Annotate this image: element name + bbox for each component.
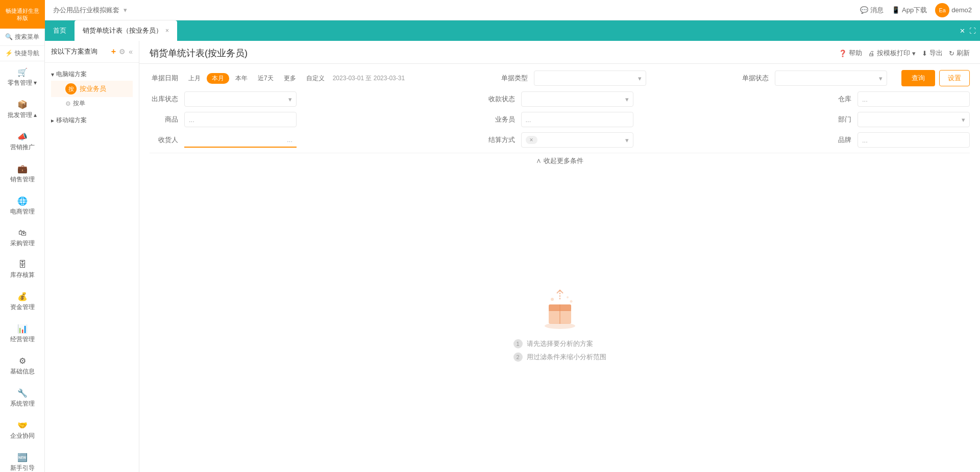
message-btn[interactable]: 💬 消息 <box>860 6 884 15</box>
brand-input[interactable]: ... <box>857 132 970 148</box>
settlement-clear-tag: × <box>526 136 537 144</box>
export-btn[interactable]: ⬇ 导出 <box>922 49 943 58</box>
topbar: 办公用品行业模拟账套 ▾ 💬 消息 📱 App下载 Ea demo2 <box>45 0 980 20</box>
scheme-item-salesperson[interactable]: 按 按业务员 <box>51 81 133 97</box>
query-button[interactable]: 查询 <box>901 70 935 86</box>
filter-row-3: 商品 ... 业务员 ... 部门 ▾ <box>150 112 970 127</box>
message-label: 消息 <box>870 6 884 15</box>
sidebar-item-marketing[interactable]: 📣 营销推广 <box>0 126 44 158</box>
sidebar-menu: 🛒 零售管理 ▾ 📦 批发管理 ▴ 📣 营销推广 💼 销售管理 🌐 电商管理 🛍… <box>0 61 44 472</box>
topbar-subtitle: 办公用品行业模拟账套 <box>53 6 119 15</box>
purchase-icon: 🛍 <box>18 228 27 238</box>
more-btn[interactable]: 更多 <box>280 73 300 84</box>
print-btn[interactable]: 🖨 按模板打印 ▾ <box>868 49 916 58</box>
salesperson-input[interactable]: ... <box>521 112 633 127</box>
payment-label: 收款状态 <box>486 95 515 104</box>
export-icon: ⬇ <box>922 50 927 57</box>
app-download-btn[interactable]: 📱 App下载 <box>892 6 927 15</box>
goods-input[interactable]: ... <box>184 112 297 127</box>
shipment-label: 出库状态 <box>150 95 178 104</box>
sidebar-item-enterprise[interactable]: 🤝 企业协同 <box>0 414 44 446</box>
help-btn[interactable]: ❓ 帮助 <box>839 49 862 58</box>
tab-home[interactable]: 首页 <box>45 20 75 41</box>
doc-status-input[interactable]: ▾ <box>775 70 887 86</box>
logo-text: 畅捷通好生意 标版 <box>6 7 39 22</box>
warehouse-input[interactable]: ... <box>857 91 970 107</box>
settlement-input[interactable]: × ▾ <box>521 132 633 148</box>
sidebar-item-basics[interactable]: ⚙ 基础信息 <box>0 350 44 382</box>
sidebar-item-retail[interactable]: 🛒 零售管理 ▾ <box>0 61 44 93</box>
add-scheme-btn[interactable]: + <box>111 47 116 56</box>
tabbar: 首页 销货单统计表（按业务员） × ✕ ⛶ <box>45 20 980 41</box>
sidebar-item-sales-label: 销售管理 <box>10 175 35 184</box>
consignee-input[interactable]: ... <box>184 132 297 148</box>
user-menu[interactable]: Ea demo2 <box>935 3 972 17</box>
collapse-bar[interactable]: ∧ 收起更多条件 <box>150 153 970 169</box>
this-year-btn[interactable]: 本年 <box>231 73 252 84</box>
sidebar-item-wholesale[interactable]: 📦 批发管理 ▴ <box>0 93 44 126</box>
message-icon: 💬 <box>860 6 868 14</box>
sidebar-item-system[interactable]: 🔧 系统管理 <box>0 382 44 414</box>
consignee-dots: ... <box>287 136 292 144</box>
sidebar-item-inventory[interactable]: 🗄 库存核算 <box>0 254 44 286</box>
tab-maximize-icon[interactable]: ⛶ <box>969 27 976 35</box>
warehouse-dots: ... <box>862 96 868 103</box>
mobile-scheme-section: ▸ 移动端方案 <box>45 112 139 129</box>
pc-scheme-group: ▾ 电脑端方案 按 按业务员 ⚙ 按单 <box>45 66 139 112</box>
sidebar-item-wholesale-label: 批发管理 ▴ <box>8 111 37 120</box>
refresh-btn[interactable]: ↻ 刷新 <box>949 49 970 58</box>
settings-button[interactable]: 设置 <box>939 70 970 86</box>
sidebar-item-finance-label: 资金管理 <box>10 303 35 312</box>
shipment-input[interactable]: ▾ <box>184 91 297 107</box>
system-icon: 🔧 <box>17 388 28 398</box>
page-title: 销货单统计表(按业务员) <box>150 47 248 59</box>
retail-icon: 🛒 <box>17 67 28 77</box>
this-month-btn[interactable]: 本月 <box>207 73 229 84</box>
sidebar: 畅捷通好生意 标版 🔍 搜索菜单 ⚡ 快捷导航 🛒 零售管理 ▾ 📦 批发管理 … <box>0 0 45 472</box>
user-name: demo2 <box>951 6 972 14</box>
app-logo: 畅捷通好生意 标版 <box>0 0 45 29</box>
refresh-icon: ↻ <box>949 50 954 57</box>
tabbar-controls: ✕ ⛶ <box>955 27 980 35</box>
sidebar-item-operations[interactable]: 📊 经营管理 <box>0 318 44 350</box>
sidebar-item-search[interactable]: 🔍 搜索菜单 <box>0 29 44 46</box>
settlement-clear-x[interactable]: × <box>530 136 533 144</box>
pc-scheme-title[interactable]: ▾ 电脑端方案 <box>51 68 133 81</box>
custom-btn[interactable]: 自定义 <box>302 73 329 84</box>
sales-icon: 💼 <box>17 164 28 174</box>
sidebar-item-purchase[interactable]: 🛍 采购管理 <box>0 222 44 254</box>
collapse-panel-btn[interactable]: « <box>129 48 133 56</box>
shipment-dropdown-icon: ▾ <box>288 96 292 103</box>
content-area: 按以下方案查询 + ⚙ « ▾ 电脑端方案 按 按业务员 <box>45 41 980 472</box>
page-header-actions: ❓ 帮助 🖨 按模板打印 ▾ ⬇ 导出 ↻ 刷新 <box>839 49 970 58</box>
topbar-dropdown-arrow[interactable]: ▾ <box>124 6 127 14</box>
hint1-num: 1 <box>513 339 523 348</box>
mobile-scheme-title[interactable]: ▸ 移动端方案 <box>51 114 133 127</box>
settings-scheme-btn[interactable]: ⚙ <box>119 48 126 56</box>
sidebar-item-finance[interactable]: 💰 资金管理 <box>0 286 44 318</box>
sidebar-item-newuser[interactable]: 🆕 新手引导 <box>0 446 44 472</box>
doc-type-dropdown-icon: ▾ <box>638 75 642 82</box>
payment-input[interactable]: ▾ <box>521 91 633 107</box>
goods-label: 商品 <box>150 115 178 124</box>
right-panel: 销货单统计表(按业务员) ❓ 帮助 🖨 按模板打印 ▾ ⬇ 导出 <box>139 41 980 472</box>
tab-close-icon[interactable]: × <box>165 27 169 34</box>
empty-text: 1 请先选择要分析的方案 2 用过滤条件来缩小分析范围 <box>513 339 606 362</box>
filter-area: 单据日期 上月 本月 本年 近7天 更多 自定义 2023-03-01 至 20… <box>139 64 980 175</box>
tab-minimize-icon[interactable]: ✕ <box>960 27 965 35</box>
dept-input[interactable]: ▾ <box>857 112 970 127</box>
left-panel-actions: + ⚙ « <box>111 47 133 56</box>
doc-type-input[interactable]: ▾ <box>534 70 646 86</box>
print-icon: 🖨 <box>868 50 875 57</box>
filter-row-4: 收货人 ... 结算方式 × ▾ 品牌 <box>150 132 970 148</box>
sidebar-item-sales[interactable]: 💼 销售管理 <box>0 158 44 190</box>
salesperson-label: 业务员 <box>486 115 515 124</box>
scheme-item-by-order[interactable]: ⚙ 按单 <box>51 97 133 110</box>
sidebar-item-ecommerce[interactable]: 🌐 电商管理 <box>0 190 44 222</box>
tab-sales-stats[interactable]: 销货单统计表（按业务员） × <box>75 20 177 41</box>
consignee-label: 收货人 <box>150 135 178 145</box>
last-month-btn[interactable]: 上月 <box>184 73 205 84</box>
sidebar-item-quick[interactable]: ⚡ 快捷导航 <box>0 46 44 61</box>
date-label: 单据日期 <box>150 74 178 83</box>
last7days-btn[interactable]: 近7天 <box>254 73 278 84</box>
